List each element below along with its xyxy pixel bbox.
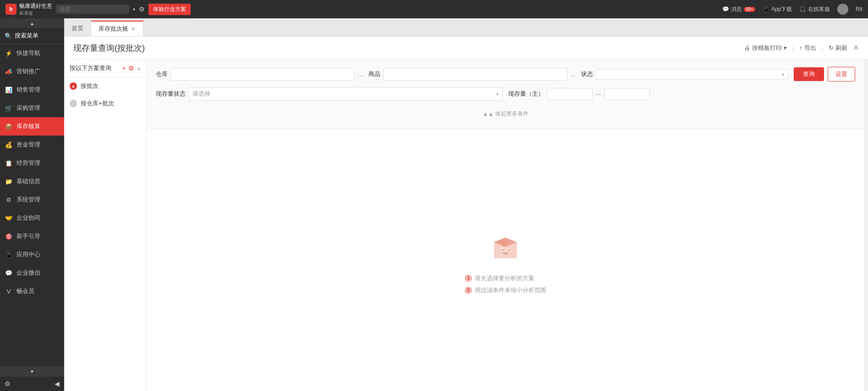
- basic-icon: 📁: [5, 177, 13, 185]
- sidebar-item-appcenter[interactable]: 📱 应用中心: [0, 245, 64, 264]
- refresh-btn[interactable]: ↻ 刷新: [829, 44, 847, 52]
- by-batch-label: 按批次: [81, 82, 99, 90]
- user-name: Rit: [856, 6, 863, 12]
- tab-inventory-batch[interactable]: 库存批次账 ✕: [91, 21, 143, 36]
- tab-inventory-batch-label: 库存批次账: [99, 25, 128, 33]
- vip-icon: V: [5, 287, 13, 295]
- sidebar-item-operations[interactable]: 📋 经营管理: [0, 154, 64, 172]
- footer-settings-icon[interactable]: ⚙: [5, 380, 11, 387]
- content-area: 首页 库存批次账 ✕ 现存量查询(按批次) 🖨 按模板打印 ▾ | ↑ 导出: [64, 18, 868, 391]
- inventory-status-select-text: 请选择: [192, 90, 494, 98]
- warehouse-more-icon[interactable]: ...: [357, 71, 363, 78]
- sidebar-footer: ⚙ ◀: [0, 376, 64, 391]
- print-label: 按模板打印: [752, 44, 782, 52]
- query-btn[interactable]: 查询: [794, 67, 824, 81]
- sidebar-item-wechat[interactable]: 💬 企业微信: [0, 264, 64, 282]
- top-bar: b 畅康通好生意 标准版 ▾ ⚙ 体验行业方案 💬 消息 99+ 📱 App下载…: [0, 0, 868, 18]
- wechat-icon: 💬: [5, 269, 13, 277]
- status-select[interactable]: ▾: [596, 69, 788, 80]
- logo-area: b 畅康通好生意 标准版: [5, 2, 52, 16]
- inventory-qty-group: 现存量（主） —: [508, 88, 855, 100]
- inventory-qty-to-input[interactable]: [604, 88, 650, 100]
- app-download-label: App下载: [771, 5, 792, 13]
- search-main: 按以下方案查询 + ⚙ « ● 按批次 ○ 按仓库+批次: [64, 60, 868, 391]
- newguide-icon: 🎯: [5, 232, 13, 240]
- product-input[interactable]: [383, 68, 567, 81]
- sidebar-scroll-up[interactable]: ▲: [0, 18, 64, 28]
- inventory-status-select[interactable]: 请选择 ▾: [188, 87, 503, 101]
- inventory-qty-dash: —: [595, 91, 601, 98]
- finance-icon: 💰: [5, 141, 13, 149]
- scheme-item-by-batch[interactable]: ● 按批次: [64, 77, 146, 95]
- sidebar-item-enterprise[interactable]: 🤝 企业协同: [0, 209, 64, 227]
- header-actions: 🖨 按模板打印 ▾ | ↑ 导出 | ↻ 刷新 ✕: [744, 43, 859, 52]
- sidebar-item-finance[interactable]: 💰 资金管理: [0, 136, 64, 154]
- purchase-icon: 🛒: [5, 104, 13, 112]
- tab-close-icon[interactable]: ✕: [131, 26, 136, 32]
- panel-settings-icon[interactable]: ⚙: [128, 65, 134, 72]
- sidebar-item-system[interactable]: ⚙ 系统管理: [0, 190, 64, 209]
- scheme-items-container: ● 按批次 ○ 按仓库+批次: [64, 77, 146, 112]
- sidebar-item-newguide[interactable]: 🎯 新手引导: [0, 227, 64, 245]
- settings-btn[interactable]: 设置: [828, 67, 855, 81]
- online-service-label: 在线客服: [808, 5, 830, 13]
- main-layout: ▲ 🔍 搜索菜单 ⚡ 快捷导航 📣 营销推广 📊 销售管理 🛒 采购管理 📦 库…: [0, 18, 868, 391]
- print-dropdown-icon[interactable]: ▾: [784, 44, 787, 51]
- panel-add-icon[interactable]: +: [122, 65, 126, 72]
- sidebar-item-label-inventory: 库存核算: [16, 122, 40, 130]
- status-label: 状态: [581, 70, 593, 78]
- messages-btn[interactable]: 💬 消息 99+: [722, 5, 755, 13]
- top-settings-icon[interactable]: ⚙: [139, 5, 145, 13]
- sidebar-item-label-shortcut: 快捷导航: [16, 49, 40, 57]
- by-warehouse-batch-dot: ○: [70, 100, 77, 107]
- sidebar-item-inventory[interactable]: 📦 库存核算: [0, 117, 64, 136]
- search-dropdown-icon[interactable]: ▾: [133, 7, 135, 12]
- tab-home[interactable]: 首页: [64, 21, 91, 36]
- sidebar-items-container: ⚡ 快捷导航 📣 营销推广 📊 销售管理 🛒 采购管理 📦 库存核算 💰 资金管…: [0, 44, 64, 300]
- warehouse-input[interactable]: [170, 68, 355, 81]
- sidebar-bottom: ▼ ⚙ ◀: [0, 366, 64, 391]
- print-btn[interactable]: 🖨 按模板打印 ▾: [744, 44, 787, 52]
- product-more-icon[interactable]: ...: [570, 71, 576, 78]
- logo-icon: b: [5, 4, 16, 15]
- sidebar-item-basic[interactable]: 📁 基础信息: [0, 172, 64, 190]
- sidebar-item-label-sales: 销售管理: [16, 86, 40, 94]
- brand-name: 畅康通好生意: [19, 2, 52, 10]
- inv-status-dropdown-icon: ▾: [496, 92, 499, 97]
- panel-collapse-icon[interactable]: «: [137, 65, 141, 72]
- sidebar-item-label-enterprise: 企业协同: [16, 214, 40, 222]
- empty-illustration: [485, 224, 526, 265]
- export-label: 导出: [804, 44, 816, 52]
- sidebar-item-sales[interactable]: 📊 销售管理: [0, 81, 64, 99]
- sidebar-item-shortcut[interactable]: ⚡ 快捷导航: [0, 44, 64, 62]
- sidebar-scroll-down[interactable]: ▼: [0, 366, 64, 376]
- right-scroll[interactable]: [864, 60, 868, 391]
- sidebar-item-vip[interactable]: V 畅会员: [0, 282, 64, 300]
- filter-row-1: 仓库 ... 商品 ... 状态: [156, 67, 855, 81]
- scheme-item-by-warehouse-batch[interactable]: ○ 按仓库+批次: [64, 95, 146, 112]
- operations-icon: 📋: [5, 159, 13, 167]
- export-btn[interactable]: ↑ 导出: [799, 44, 816, 52]
- sidebar-item-marketing[interactable]: 📣 营销推广: [0, 62, 64, 81]
- close-panel-btn[interactable]: ✕: [853, 43, 859, 52]
- appcenter-icon: 📱: [5, 250, 13, 259]
- service-icon: 🎧: [799, 6, 806, 12]
- empty-tip-row-2: 2 用过滤条件来缩小分析范围: [465, 284, 546, 296]
- sidebar-item-label-purchase: 采购管理: [16, 104, 40, 112]
- top-bar-right: 💬 消息 99+ 📱 App下载 🎧 在线客服 Rit: [722, 4, 863, 15]
- app-download-btn[interactable]: 📱 App下载: [763, 5, 792, 13]
- sidebar-search-item[interactable]: 🔍 搜索菜单: [0, 28, 64, 44]
- tip2-text: 用过滤条件来缩小分析范围: [475, 284, 546, 296]
- empty-icon-wrapper: [485, 224, 526, 265]
- footer-collapse-icon[interactable]: ◀: [55, 380, 60, 387]
- top-bar-left: b 畅康通好生意 标准版 ▾ ⚙ 体验行业方案: [5, 2, 191, 16]
- collapse-more-btn[interactable]: ▲▲ 收起更多条件: [156, 106, 855, 121]
- inventory-qty-from-input[interactable]: [547, 88, 593, 100]
- experience-btn[interactable]: 体验行业方案: [148, 4, 191, 15]
- tip2-num: 2: [465, 287, 472, 294]
- top-search-input[interactable]: [56, 5, 129, 14]
- shortcut-icon: ⚡: [5, 49, 13, 57]
- online-service-btn[interactable]: 🎧 在线客服: [799, 5, 830, 13]
- sidebar-item-purchase[interactable]: 🛒 采购管理: [0, 99, 64, 117]
- user-avatar[interactable]: [837, 4, 848, 15]
